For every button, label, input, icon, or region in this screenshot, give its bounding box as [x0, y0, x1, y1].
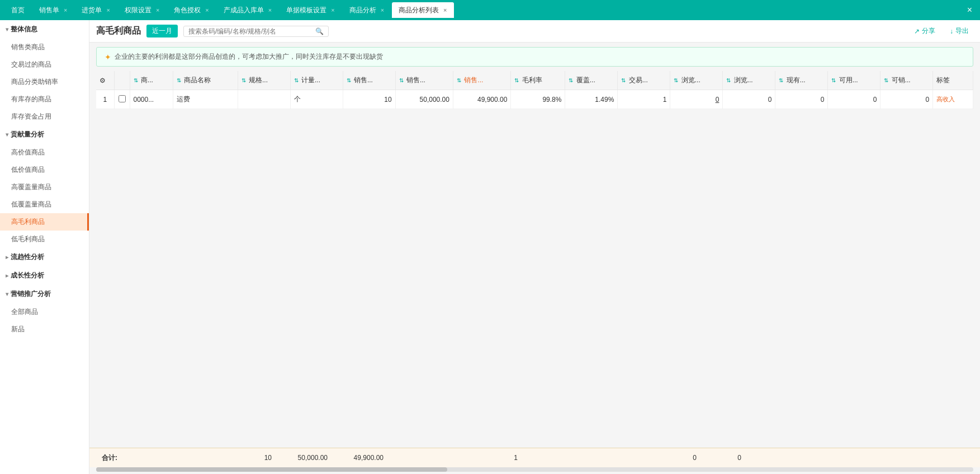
sidebar-group-overall[interactable]: ▾ 整体信息 [0, 20, 89, 39]
cell-transactions: 1 [618, 90, 670, 109]
sidebar-item-sales-goods[interactable]: 销售类商品 [0, 39, 89, 56]
scroll-thumb[interactable] [96, 467, 447, 472]
col-browse1[interactable]: ⇅ 浏览... [670, 71, 723, 90]
close-template-tab[interactable]: × [331, 7, 334, 13]
close-purchase-tab[interactable]: × [106, 7, 110, 13]
sort-icon-spec: ⇅ [242, 77, 246, 83]
col-tag: 标签 [933, 71, 973, 90]
collapse-arrow-growth: ▸ [6, 273, 8, 279]
cell-available-stock: 0 [828, 90, 880, 109]
sidebar-group-trend[interactable]: ▸ 流趋性分析 [0, 248, 89, 266]
col-spec[interactable]: ⇅ 规格... [238, 71, 290, 90]
main-layout: ▾ 整体信息 销售类商品 交易过的商品 商品分类助销率 有库存的商品 库存资金占… [0, 20, 980, 474]
cell-sellable-stock: 0 [880, 90, 933, 109]
cell-browse2: 0 [723, 90, 775, 109]
sidebar-item-all-goods[interactable]: 全部商品 [0, 303, 89, 321]
share-button[interactable]: ↗ 分享 [910, 25, 940, 37]
nav-sales[interactable]: 销售单 × [32, 2, 74, 18]
sort-icon-gross-rate: ⇅ [514, 77, 519, 83]
sort-icon-name: ⇅ [177, 77, 181, 83]
sidebar-item-high-value[interactable]: 高价值商品 [0, 144, 89, 161]
col-transactions[interactable]: ⇅ 交易... [618, 71, 670, 90]
col-code[interactable]: ⇅ 商... [130, 71, 173, 90]
cell-current-stock: 0 [775, 90, 828, 109]
sidebar-item-stock-capital[interactable]: 库存资金占用 [0, 108, 89, 125]
row-checkbox[interactable] [119, 95, 126, 102]
close-permissions-tab[interactable]: × [156, 7, 159, 13]
browse1-link[interactable]: 0 [716, 96, 719, 104]
col-name[interactable]: ⇅ 商品名称 [173, 71, 238, 90]
cell-browse1[interactable]: 0 [670, 90, 723, 109]
sort-icon-sales-cost: ⇅ [457, 77, 461, 83]
col-sales-cost[interactable]: ⇅ 销售... [453, 71, 510, 90]
search-input[interactable] [188, 27, 313, 35]
cell-name: 运费 [173, 90, 238, 109]
cell-coverage: 1.49% [565, 90, 618, 109]
cell-gross-rate: 99.8% [511, 90, 565, 109]
col-coverage[interactable]: ⇅ 覆盖... [565, 71, 618, 90]
horizontal-scrollbar[interactable] [96, 467, 973, 472]
close-sales-tab[interactable]: × [64, 7, 67, 13]
cell-tag: 高收入 [933, 90, 973, 109]
col-sales-amount[interactable]: ⇅ 销售... [395, 71, 453, 90]
nav-home[interactable]: 首页 [4, 2, 31, 18]
table-row: 1 0000... 运费 个 10 50,000.00 49,900.00 99… [96, 90, 973, 109]
close-roles-tab[interactable]: × [205, 7, 209, 13]
sidebar-item-category-rate[interactable]: 商品分类助销率 [0, 73, 89, 91]
period-button[interactable]: 近一月 [146, 25, 178, 37]
nav-template-settings[interactable]: 单据模板设置 × [280, 2, 341, 18]
sidebar-group-growth[interactable]: ▸ 成长性分析 [0, 266, 89, 285]
search-icon[interactable]: 🔍 [315, 27, 324, 35]
cell-unit: 个 [290, 90, 343, 109]
export-button[interactable]: ↓ 导出 [945, 25, 973, 37]
cell-index: 1 [96, 90, 114, 109]
nav-product-analysis[interactable]: 商品分析 × [343, 2, 391, 18]
sidebar-item-in-stock[interactable]: 有库存的商品 [0, 91, 89, 108]
sidebar-group-contribution[interactable]: ▾ 贡献量分析 [0, 125, 89, 144]
nav-product-analysis-list[interactable]: 商品分析列表 × [392, 2, 453, 18]
col-browse2[interactable]: ⇅ 浏览... [723, 71, 775, 90]
nav-product-inbound[interactable]: 产成品入库单 × [217, 2, 278, 18]
col-sellable-stock[interactable]: ⇅ 可销... [880, 71, 933, 90]
close-analysis-list-tab[interactable]: × [443, 7, 447, 13]
tag-high-income: 高收入 [936, 96, 955, 102]
close-product-inbound-tab[interactable]: × [268, 7, 272, 13]
close-analysis-tab[interactable]: × [381, 7, 384, 13]
col-current-stock[interactable]: ⇅ 现有... [775, 71, 828, 90]
col-gross-rate[interactable]: ⇅ 毛利率 [511, 71, 565, 90]
sort-icon-coverage: ⇅ [569, 77, 573, 83]
sidebar-item-low-value[interactable]: 低价值商品 [0, 161, 89, 179]
sidebar-item-high-coverage[interactable]: 高覆盖量商品 [0, 179, 89, 196]
nav-permissions[interactable]: 权限设置 × [118, 2, 166, 18]
sidebar-item-traded-goods[interactable]: 交易过的商品 [0, 56, 89, 73]
sidebar-collapse-toggle[interactable]: « [89, 239, 89, 256]
content-area: 高毛利商品 近一月 🔍 ↗ 分享 ↓ 导出 ✦ 企业的主要的利润都是这部分商品创… [89, 20, 980, 474]
sidebar-item-low-margin[interactable]: 低毛利商品 [0, 231, 89, 248]
col-sales-qty[interactable]: ⇅ 销售... [343, 71, 395, 90]
sort-icon-browse1: ⇅ [674, 77, 678, 83]
col-unit[interactable]: ⇅ 计量... [290, 71, 343, 90]
col-available-stock[interactable]: ⇅ 可用... [828, 71, 880, 90]
sidebar-item-low-coverage[interactable]: 低覆盖量商品 [0, 196, 89, 213]
sort-icon-current-stock: ⇅ [779, 77, 783, 83]
nav-purchase[interactable]: 进货单 × [75, 2, 116, 18]
cell-checkbox[interactable] [114, 90, 130, 109]
cell-code[interactable]: 0000... [130, 90, 173, 109]
sort-icon-transactions: ⇅ [621, 77, 626, 83]
footer-cells: 10 50,000.00 49,900.00 1 0 0 [208, 452, 973, 464]
footer-sales-amount: 50,000.00 [275, 452, 331, 464]
sidebar-item-high-margin[interactable]: 高毛利商品 [0, 213, 89, 231]
sidebar-group-marketing[interactable]: ▾ 营销推广分析 [0, 285, 89, 303]
col-settings[interactable]: ⚙ [96, 71, 114, 90]
footer-sellable-stock: 0 [700, 452, 745, 464]
col-checkbox [114, 71, 130, 90]
top-nav: 首页 销售单 × 进货单 × 权限设置 × 角色授权 × 产成品入库单 × 单据… [0, 0, 980, 20]
nav-roles[interactable]: 角色授权 × [167, 2, 215, 18]
footer-empty5 [610, 452, 655, 464]
footer-available-stock: 0 [655, 452, 700, 464]
footer-sales-cost: 49,900.00 [331, 452, 387, 464]
sidebar-item-new-products[interactable]: 新品 [0, 321, 89, 338]
window-close-button[interactable]: × [964, 5, 976, 15]
info-icon: ✦ [105, 53, 111, 62]
sort-icon-sales-amount: ⇅ [399, 77, 404, 83]
